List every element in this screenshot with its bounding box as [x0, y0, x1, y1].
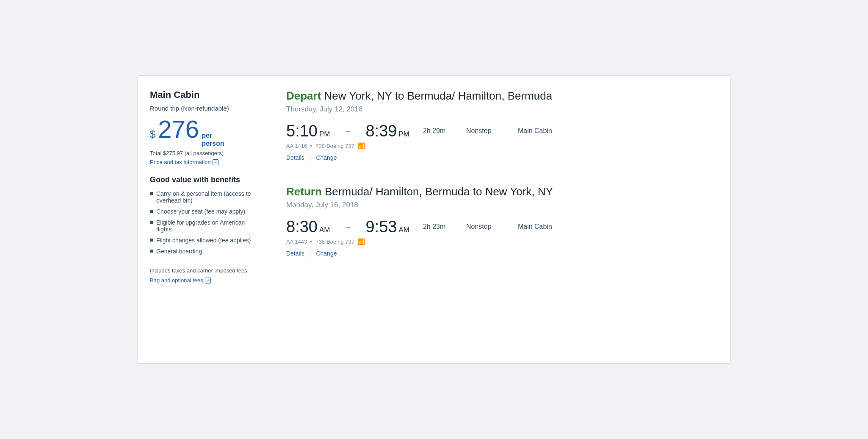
external-link-icon: ↗	[213, 159, 218, 165]
wifi-icon: 📶	[358, 238, 365, 245]
trip-type: Round trip (Non-refundable)	[150, 105, 257, 112]
depart-route: New York, NY to Bermuda/ Hamilton, Bermu…	[324, 89, 553, 102]
benefits-list: Carry-on & personal item (access to over…	[150, 190, 257, 255]
flight-card: Main Cabin Round trip (Non-refundable) $…	[138, 75, 730, 364]
external-link-icon: ↗	[205, 278, 211, 283]
price-amount: 276	[158, 117, 199, 142]
arrive-time: 8:39	[365, 123, 397, 139]
return-nonstop: Nonstop	[466, 223, 504, 231]
depart-time: 5:10	[286, 123, 318, 139]
depart-aircraft: 738-Boeing 737	[315, 143, 354, 149]
return-arrive-time-block: 9:53 AM	[365, 219, 409, 235]
arrow-icon: →	[343, 222, 352, 232]
dot-separator	[310, 241, 312, 242]
right-panel: Depart New York, NY to Bermuda/ Hamilton…	[269, 76, 730, 363]
bullet-icon	[150, 210, 153, 213]
arrive-time-block: 8:39 PM	[365, 123, 409, 139]
dot-separator	[310, 145, 312, 147]
per-person: perperson	[202, 131, 224, 147]
depart-time-block: 5:10 PM	[286, 123, 330, 139]
bullet-icon	[150, 192, 153, 195]
return-links: Details | Change	[286, 250, 713, 257]
benefit-item: Eligible for upgrades on American flight…	[150, 219, 257, 233]
benefit-item: General boarding	[150, 248, 257, 255]
bag-fees-link[interactable]: Bag and optional fees ↗	[150, 277, 211, 283]
depart-date: Thursday, July 12, 2018	[286, 105, 713, 114]
return-aircraft: 738-Boeing 737	[315, 239, 354, 245]
includes-text: Includes taxes and carrier imposed fees.	[150, 267, 257, 274]
depart-times-row: 5:10 PM → 8:39 PM 2h 29m Nonstop Main Ca…	[286, 123, 713, 139]
depart-ampm: PM	[319, 130, 330, 139]
arrive-ampm: PM	[398, 130, 409, 139]
wifi-icon: 📶	[358, 142, 365, 149]
return-depart-time-block: 8:30 AM	[286, 219, 330, 235]
bullet-icon	[150, 250, 153, 253]
depart-duration: 2h 29m	[423, 127, 453, 135]
depart-label: Depart	[286, 89, 321, 102]
depart-flight-info: AA 1416 738-Boeing 737 📶	[286, 142, 713, 149]
dollar-sign: $	[150, 128, 155, 140]
depart-change-link[interactable]: Change	[316, 154, 337, 161]
return-times-row: 8:30 AM → 9:53 AM 2h 23m Nonstop Main Ca…	[286, 219, 713, 235]
return-duration: 2h 23m	[423, 223, 453, 231]
return-details-link[interactable]: Details	[286, 250, 304, 257]
price-row: $ 276 perperson	[150, 117, 257, 147]
return-route: Bermuda/ Hamilton, Bermuda to New York, …	[325, 185, 553, 198]
return-change-link[interactable]: Change	[316, 250, 337, 257]
depart-flight-number: AA 1416	[286, 143, 307, 149]
return-label: Return	[286, 185, 322, 198]
bullet-icon	[150, 239, 153, 242]
depart-links: Details | Change	[286, 154, 713, 161]
total-price: Total $275.97 (all passengers)	[150, 150, 257, 156]
return-cabin: Main Cabin	[518, 223, 552, 231]
cabin-title: Main Cabin	[150, 89, 257, 100]
bullet-icon	[150, 221, 153, 224]
return-flight-info: AA 1443 738-Boeing 737 📶	[286, 238, 713, 245]
depart-cabin: Main Cabin	[518, 127, 552, 135]
return-depart-ampm: AM	[319, 226, 330, 234]
depart-section: Depart New York, NY to Bermuda/ Hamilton…	[286, 89, 713, 161]
depart-nonstop: Nonstop	[466, 127, 504, 135]
return-date: Monday, July 16, 2018	[286, 201, 713, 209]
return-flight-number: AA 1443	[286, 239, 307, 245]
benefit-item: Carry-on & personal item (access to over…	[150, 190, 257, 204]
depart-details-link[interactable]: Details	[286, 154, 304, 161]
depart-route-header: Depart New York, NY to Bermuda/ Hamilton…	[286, 89, 713, 103]
benefits-title: Good value with benefits	[150, 175, 257, 184]
benefit-item: Flight changes allowed (fee applies)	[150, 237, 257, 244]
return-section: Return Bermuda/ Hamilton, Bermuda to New…	[286, 173, 713, 257]
price-tax-link[interactable]: Price and tax information ↗	[150, 159, 218, 165]
left-panel: Main Cabin Round trip (Non-refundable) $…	[138, 76, 269, 363]
benefit-item: Choose your seat (fee may apply)	[150, 208, 257, 215]
return-route-header: Return Bermuda/ Hamilton, Bermuda to New…	[286, 185, 713, 198]
return-depart-time: 8:30	[286, 219, 318, 235]
return-arrive-time: 9:53	[365, 219, 397, 235]
arrow-icon: →	[343, 126, 352, 136]
link-separator: |	[310, 154, 311, 161]
link-separator: |	[310, 250, 311, 257]
return-arrive-ampm: AM	[398, 226, 409, 234]
